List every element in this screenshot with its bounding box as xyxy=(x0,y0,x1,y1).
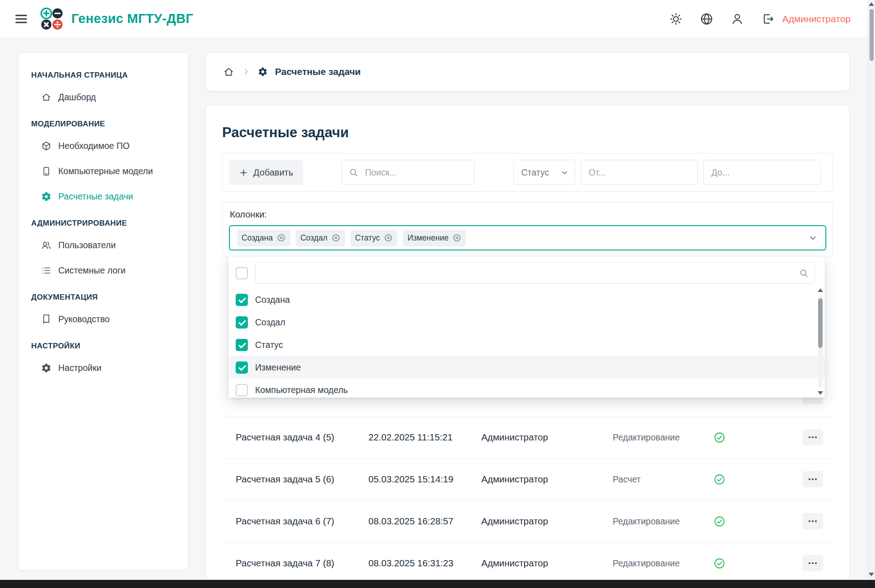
column-option[interactable]: Создал xyxy=(228,311,825,333)
option-checkbox[interactable] xyxy=(236,294,248,306)
scroll-down-icon[interactable] xyxy=(869,573,874,576)
sidebar-item-required-software[interactable]: Необходимое ПО xyxy=(30,133,176,158)
sidebar-item-calc-tasks[interactable]: Расчетные задачи xyxy=(30,184,176,209)
option-checkbox[interactable] xyxy=(236,361,248,374)
column-chip-label: Создал xyxy=(300,233,327,243)
table-row: Расчетная задача 7 (8)08.03.2025 16:31:2… xyxy=(222,542,833,584)
columns-search-input[interactable] xyxy=(255,262,815,284)
gear-icon xyxy=(41,363,51,373)
logout-icon[interactable] xyxy=(761,12,775,26)
chevron-down-icon xyxy=(560,168,569,177)
search-icon xyxy=(349,167,358,177)
breadcrumb-current[interactable]: Расчетные задачи xyxy=(275,66,361,77)
column-option[interactable]: Изменение xyxy=(228,356,825,379)
search-field xyxy=(342,160,475,185)
task-status: Расчет xyxy=(613,474,713,485)
columns-label: Колонки: xyxy=(230,209,826,220)
option-checkbox[interactable] xyxy=(236,384,248,396)
remove-column-icon[interactable] xyxy=(277,233,286,242)
scrollbar-thumb[interactable] xyxy=(870,9,874,61)
task-created: 05.03.2025 15:14:19 xyxy=(368,474,481,485)
user-role-label[interactable]: Администратор xyxy=(782,14,851,24)
task-name: Расчетная задача 5 (6) xyxy=(236,474,368,485)
remove-column-icon[interactable] xyxy=(452,233,461,242)
status-filter-select[interactable]: Статус xyxy=(513,160,575,185)
task-created: 22.02.2025 11:15:21 xyxy=(368,432,481,443)
app-window: Генезис МГТУ-ДВГ Администратор НАЧАЛЬНАЯ… xyxy=(0,0,875,588)
top-bar: Генезис МГТУ-ДВГ Администратор xyxy=(0,0,875,38)
content-card: Расчетные задачи Добавить Статус Колонки… xyxy=(205,105,850,580)
date-from-input[interactable] xyxy=(581,160,698,185)
sidebar-item-settings[interactable]: Настройки xyxy=(30,355,176,380)
selected-columns: СозданаСоздалСтатусИзменение xyxy=(237,230,466,246)
theme-toggle-icon[interactable] xyxy=(669,12,683,26)
column-option[interactable]: Статус xyxy=(228,333,825,356)
table-row: Расчетная задача 5 (6)05.03.2025 15:14:1… xyxy=(222,458,833,500)
menu-icon[interactable] xyxy=(14,11,29,27)
app-logo xyxy=(40,7,64,31)
column-chip-label: Изменение xyxy=(407,233,448,243)
sidebar-item-label: Дашборд xyxy=(58,92,96,102)
option-checkbox[interactable] xyxy=(236,339,248,351)
table-row: Расчетная задача 6 (7)08.03.2025 16:28:5… xyxy=(222,500,833,542)
scrollbar-thumb[interactable] xyxy=(818,298,823,348)
task-status: Редактирование xyxy=(613,516,713,527)
sidebar-nav: НАЧАЛЬНАЯ СТРАНИЦАДашбордМОДЕЛИРОВАНИЕНе… xyxy=(30,61,176,380)
search-input[interactable] xyxy=(342,160,475,185)
add-button[interactable]: Добавить xyxy=(229,160,303,185)
column-chip: Создал xyxy=(296,230,345,246)
home-icon[interactable] xyxy=(223,66,234,78)
task-status: Редактирование xyxy=(613,432,713,443)
profile-icon[interactable] xyxy=(731,12,744,26)
column-option[interactable]: Создана xyxy=(228,288,825,311)
tasks-gear-icon xyxy=(258,67,268,77)
option-checkbox[interactable] xyxy=(236,316,248,329)
package-icon xyxy=(41,141,51,151)
table-row: Расчетная задача 4 (5)22.02.2025 11:15:2… xyxy=(222,417,833,458)
app-title: Генезис МГТУ-ДВГ xyxy=(71,11,193,26)
scroll-up-icon[interactable] xyxy=(869,2,874,6)
row-menu-button[interactable] xyxy=(802,471,823,487)
select-all-checkbox[interactable] xyxy=(236,267,248,279)
row-actions xyxy=(801,429,833,445)
dropdown-search-field xyxy=(255,262,815,284)
chevron-down-icon[interactable] xyxy=(808,233,818,243)
columns-multiselect[interactable]: СозданаСоздалСтатусИзменение xyxy=(229,225,826,250)
page-title: Расчетные задачи xyxy=(222,105,833,141)
status-select-value: Статус xyxy=(521,167,549,178)
gear-icon xyxy=(41,191,51,202)
scroll-down-icon[interactable] xyxy=(818,391,823,395)
remove-column-icon[interactable] xyxy=(331,233,340,242)
column-option[interactable]: Компьютерная модель xyxy=(228,379,825,398)
column-chip-label: Статус xyxy=(355,233,380,243)
scroll-up-icon[interactable] xyxy=(818,288,823,292)
book-icon xyxy=(41,314,51,324)
toolbar: Добавить Статус xyxy=(222,153,833,192)
sidebar-item-dashboard[interactable]: Дашборд xyxy=(30,84,176,110)
row-menu-button[interactable] xyxy=(802,513,823,529)
horizontal-scrollbar[interactable] xyxy=(0,580,875,588)
row-actions xyxy=(801,513,833,529)
sidebar-item-users[interactable]: Пользователи xyxy=(30,232,176,258)
language-icon[interactable] xyxy=(700,12,713,26)
row-actions xyxy=(801,471,833,487)
sidebar-item-system-logs[interactable]: Системные логи xyxy=(30,258,176,283)
task-name: Расчетная задача 4 (5) xyxy=(236,432,368,443)
sidebar-item-computer-models[interactable]: Компьютерные модели xyxy=(30,158,176,184)
date-to-input[interactable] xyxy=(703,160,821,185)
sidebar-item-manual[interactable]: Руководство xyxy=(30,306,176,332)
dropdown-scrollbar[interactable] xyxy=(817,288,824,395)
row-menu-button[interactable] xyxy=(802,429,823,445)
page-scrollbar[interactable] xyxy=(868,0,875,580)
users-icon xyxy=(41,240,51,250)
sidebar-section-title: АДМИНИСТРИРОВАНИЕ xyxy=(30,209,176,232)
column-chip: Создана xyxy=(237,230,290,246)
dropdown-search-row xyxy=(228,257,825,288)
header-icons xyxy=(669,12,775,26)
remove-column-icon[interactable] xyxy=(384,233,393,242)
tasks-table: Расчетная задача 4 (5)22.02.2025 11:15:2… xyxy=(222,375,833,584)
option-label: Создана xyxy=(255,295,290,305)
columns-options: СозданаСоздалСтатусИзменениеКомпьютерная… xyxy=(228,288,825,398)
row-menu-button[interactable] xyxy=(802,555,823,571)
sidebar-item-label: Пользователи xyxy=(58,240,116,250)
